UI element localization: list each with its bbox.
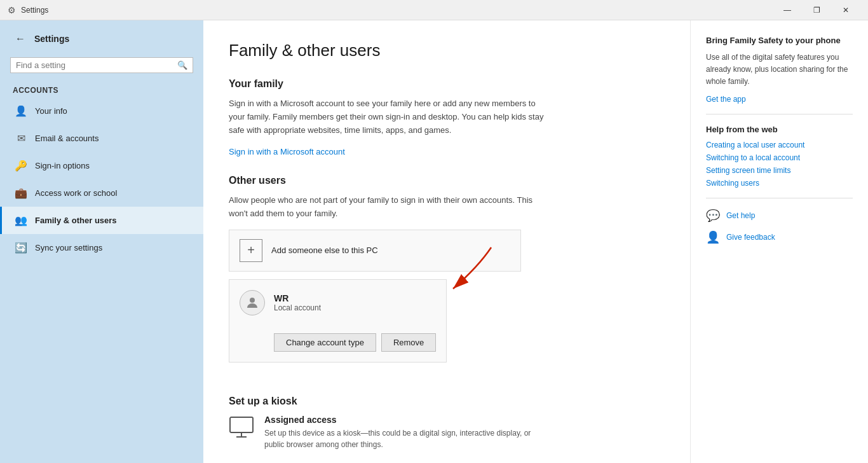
other-users-title: Other users — [229, 175, 665, 186]
kiosk-title: Set up a kiosk — [229, 396, 665, 407]
sign-in-icon: 🔑 — [15, 160, 27, 172]
accounts-section-label: Accounts — [0, 81, 203, 97]
switching-users-link[interactable]: Switching users — [706, 179, 853, 188]
search-icon[interactable]: 🔍 — [177, 60, 187, 70]
divider — [706, 114, 853, 114]
back-button[interactable]: ← — [13, 31, 28, 47]
title-bar-title: Settings — [21, 6, 48, 15]
user-card-container: WR Local account Change account type Rem… — [229, 279, 447, 378]
user-name: WR — [274, 293, 321, 303]
sidebar-item-label-sync: Sync your settings — [35, 243, 102, 252]
creating-local-account-link[interactable]: Creating a local user account — [706, 141, 853, 149]
sidebar-item-access-work[interactable]: 💼 Access work or school — [0, 179, 203, 207]
sidebar-item-your-info[interactable]: 👤 Your info — [0, 97, 203, 125]
search-input[interactable] — [16, 60, 177, 70]
give-feedback-icon: 👤 — [706, 230, 720, 244]
svg-point-0 — [250, 298, 255, 303]
get-help-icon: 💬 — [706, 209, 720, 223]
avatar — [240, 290, 265, 315]
kiosk-section: Set up a kiosk Assigned access Set up th… — [229, 396, 665, 450]
app-title: Settings — [34, 34, 69, 44]
family-safety-title: Bring Family Safety to your phone — [706, 36, 853, 45]
your-family-title: Your family — [229, 78, 665, 90]
title-bar-left: ⚙ Settings — [8, 5, 773, 15]
add-user-label: Add someone else to this PC — [271, 245, 378, 255]
add-user-row[interactable]: + Add someone else to this PC — [229, 230, 521, 272]
other-users-desc: Allow people who are not part of your fa… — [229, 194, 546, 221]
kiosk-row: Assigned access Set up this device as a … — [229, 415, 546, 450]
get-help-link[interactable]: Get help — [726, 211, 755, 220]
give-feedback-item[interactable]: 👤 Give feedback — [706, 230, 853, 244]
work-icon: 💼 — [15, 187, 27, 199]
right-panel: Bring Family Safety to your phone Use al… — [690, 20, 868, 463]
switching-local-account-link[interactable]: Switching to a local account — [706, 153, 853, 162]
settings-app-icon: ⚙ — [8, 5, 16, 15]
get-help-item[interactable]: 💬 Get help — [706, 209, 853, 223]
sidebar: ← Settings 🔍 Accounts 👤 Your info ✉ Emai… — [0, 20, 203, 463]
family-icon: 👥 — [15, 214, 27, 226]
sidebar-item-sync[interactable]: 🔄 Sync your settings — [0, 234, 203, 261]
title-bar-controls: — ❐ ✕ — [773, 0, 860, 20]
remove-button[interactable]: Remove — [381, 333, 436, 352]
add-icon: + — [240, 239, 262, 262]
main-content: Family & other users Your family Sign in… — [203, 20, 690, 463]
give-feedback-link[interactable]: Give feedback — [726, 233, 775, 242]
user-info: WR Local account — [274, 293, 321, 312]
user-card-header: WR Local account — [229, 280, 446, 326]
screen-time-limits-link[interactable]: Setting screen time limits — [706, 166, 853, 175]
close-button[interactable]: ✕ — [831, 0, 860, 20]
sidebar-item-label-your-info: Your info — [35, 106, 67, 116]
title-bar: ⚙ Settings — ❐ ✕ — [0, 0, 868, 20]
your-info-icon: 👤 — [15, 105, 27, 117]
minimize-button[interactable]: — — [773, 0, 802, 20]
email-icon: ✉ — [15, 132, 27, 144]
search-box: 🔍 — [10, 57, 193, 73]
sidebar-item-label-family: Family & other users — [35, 216, 117, 225]
sidebar-item-family-users[interactable]: 👥 Family & other users — [0, 207, 203, 234]
your-family-section: Your family Sign in with a Microsoft acc… — [229, 78, 665, 157]
sign-in-microsoft-link[interactable]: Sign in with a Microsoft account — [229, 147, 345, 156]
sidebar-header: ← Settings — [0, 20, 203, 52]
help-from-web-title: Help from the web — [706, 125, 853, 134]
family-safety-desc: Use all of the digital safety features y… — [706, 52, 853, 88]
assigned-access-desc: Set up this device as a kiosk—this could… — [264, 427, 546, 450]
maximize-button[interactable]: ❐ — [802, 0, 831, 20]
user-card-wr: WR Local account Change account type Rem… — [229, 279, 447, 363]
change-account-type-button[interactable]: Change account type — [274, 333, 376, 352]
sidebar-item-label-signin: Sign-in options — [35, 161, 90, 170]
sidebar-item-sign-in[interactable]: 🔑 Sign-in options — [0, 152, 203, 179]
sync-icon: 🔄 — [15, 242, 27, 254]
sidebar-item-label-work: Access work or school — [35, 188, 117, 198]
app-body: ← Settings 🔍 Accounts 👤 Your info ✉ Emai… — [0, 20, 868, 463]
user-card-actions: Change account type Remove — [229, 326, 446, 362]
kiosk-icon — [229, 416, 254, 443]
sidebar-item-email-accounts[interactable]: ✉ Email & accounts — [0, 125, 203, 152]
get-the-app-link[interactable]: Get the app — [706, 95, 853, 104]
other-users-section: Other users Allow people who are not par… — [229, 175, 665, 378]
assigned-access-title: Assigned access — [264, 415, 546, 425]
divider-2 — [706, 198, 853, 198]
user-type: Local account — [274, 303, 321, 312]
sidebar-item-label-email: Email & accounts — [35, 134, 98, 143]
svg-rect-2 — [230, 417, 253, 432]
kiosk-text: Assigned access Set up this device as a … — [264, 415, 546, 450]
your-family-desc: Sign in with a Microsoft account to see … — [229, 97, 546, 137]
page-title: Family & other users — [229, 41, 665, 60]
